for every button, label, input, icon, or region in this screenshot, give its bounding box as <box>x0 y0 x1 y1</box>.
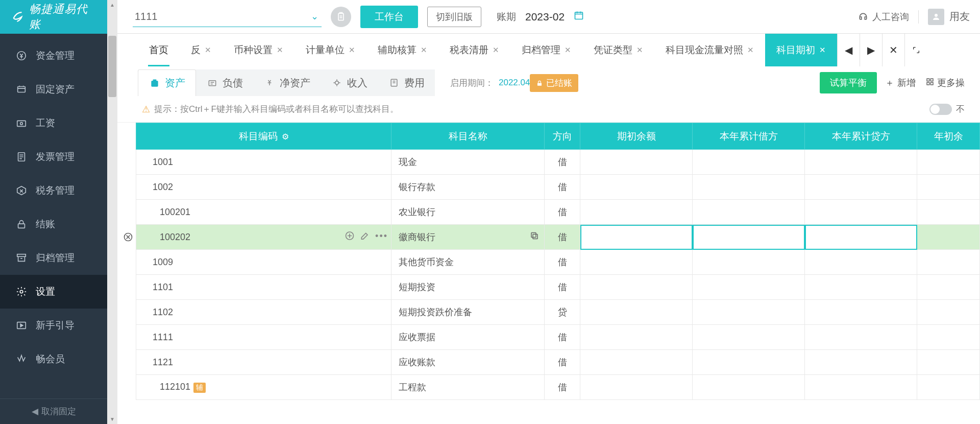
cell-ytd-credit[interactable] <box>805 150 917 175</box>
tab[interactable]: 税表清册✕ <box>438 34 510 66</box>
cell-opening-balance[interactable] <box>580 300 693 325</box>
th-debit[interactable]: 本年累计借方 <box>693 123 805 150</box>
cell-opening-balance[interactable] <box>580 325 693 350</box>
company-input[interactable] <box>133 7 322 27</box>
sidebar-item-closing[interactable]: 结账 <box>0 207 107 241</box>
cell-ytd-debit[interactable] <box>693 150 805 175</box>
tab[interactable]: 计量单位✕ <box>295 34 366 66</box>
cell-ytd-debit[interactable] <box>693 200 805 225</box>
cell-code[interactable]: •••100202 <box>136 225 391 250</box>
subtab[interactable]: 负债 <box>196 69 253 96</box>
tab[interactable]: 辅助核算✕ <box>366 34 438 66</box>
cell-ytd-debit[interactable] <box>693 375 805 400</box>
row-edit-button[interactable] <box>360 231 370 244</box>
sidebar-item-archive[interactable]: 归档管理 <box>0 241 107 275</box>
sidebar-item-guide[interactable]: 新手引导 <box>0 309 107 342</box>
close-icon[interactable]: ✕ <box>349 45 355 55</box>
cell-code[interactable]: 1009 <box>136 250 391 275</box>
table-row[interactable]: 100201农业银行借 <box>136 200 980 225</box>
cell-opening-balance[interactable] <box>580 275 693 300</box>
cell-opening-balance[interactable] <box>580 200 693 225</box>
table-row[interactable]: 1102短期投资跌价准备贷 <box>136 300 980 325</box>
cell-ytd-debit[interactable] <box>693 175 805 200</box>
close-icon[interactable]: ✕ <box>636 45 643 55</box>
cell-ytd-credit[interactable] <box>805 250 917 275</box>
subtab[interactable]: 净资产 <box>253 69 321 96</box>
cell-year-begin[interactable] <box>917 200 980 225</box>
cell-ytd-credit[interactable] <box>805 275 917 300</box>
cell-year-begin[interactable] <box>917 375 980 400</box>
cell-code[interactable]: 100201 <box>136 200 391 225</box>
table-row[interactable]: 1002银行存款借 <box>136 175 980 200</box>
cell-year-begin[interactable] <box>917 325 980 350</box>
table-row[interactable]: 112101辅工程款借 <box>136 375 980 400</box>
cell-ytd-debit[interactable] <box>693 250 805 275</box>
th-name[interactable]: 科目名称 <box>391 123 545 150</box>
cell-name[interactable]: 其他货币资金 <box>391 250 545 275</box>
toggle-switch[interactable] <box>929 104 952 115</box>
th-dir[interactable]: 方向 <box>545 123 580 150</box>
close-icon[interactable]: ✕ <box>205 45 211 55</box>
switch-old-button[interactable]: 切到旧版 <box>427 7 481 27</box>
table-row[interactable]: 1121应收账款借 <box>136 350 980 375</box>
row-delete-button[interactable] <box>123 232 133 242</box>
cell-name[interactable]: 应收票据 <box>391 325 545 350</box>
cell-year-begin[interactable] <box>917 250 980 275</box>
table-row[interactable]: 1101短期投资借 <box>136 275 980 300</box>
th-balance[interactable]: 期初余额 <box>580 123 693 150</box>
row-add-button[interactable] <box>345 231 355 244</box>
cell-ytd-credit[interactable] <box>805 375 917 400</box>
cell-code[interactable]: 1102 <box>136 300 391 325</box>
more-ops-button[interactable]: 更多操 <box>926 77 965 89</box>
brand-logo[interactable]: 畅捷通易代账 <box>0 0 107 34</box>
cell-code[interactable]: 1001 <box>136 150 391 175</box>
workbench-button[interactable]: 工作台 <box>360 6 418 28</box>
tab[interactable]: 凭证类型✕ <box>582 34 654 66</box>
sidebar-item-asset[interactable]: 固定资产 <box>0 73 107 106</box>
cell-name[interactable]: 徽商银行 <box>391 225 545 250</box>
sidebar-item-money[interactable]: 资金管理 <box>0 39 107 73</box>
cell-ytd-debit[interactable] <box>693 325 805 350</box>
gear-icon[interactable]: ⚙ <box>282 132 289 141</box>
unpin-button[interactable]: ◀ 取消固定 <box>0 398 107 424</box>
sidebar-item-vip[interactable]: 畅会员 <box>0 342 107 376</box>
cell-code[interactable]: 1111 <box>136 325 391 350</box>
close-icon[interactable]: ✕ <box>747 45 754 55</box>
close-icon[interactable]: ✕ <box>421 45 427 55</box>
cell-name[interactable]: 农业银行 <box>391 200 545 225</box>
tab-expand-button[interactable] <box>905 34 927 66</box>
cell-opening-balance[interactable] <box>580 350 693 375</box>
th-code[interactable]: 科目编码⚙ <box>136 123 391 150</box>
scrollbar[interactable]: ▲ ▼ <box>107 0 117 424</box>
sidebar-item-gear[interactable]: 设置 <box>0 275 107 309</box>
th-year[interactable]: 年初余 <box>917 123 980 150</box>
tab[interactable]: 反✕ <box>180 34 223 66</box>
clipboard-button[interactable] <box>331 7 351 27</box>
cell-ytd-debit[interactable] <box>693 350 805 375</box>
cell-ytd-debit[interactable] <box>693 275 805 300</box>
cell-opening-balance[interactable] <box>580 375 693 400</box>
cell-code[interactable]: 1121 <box>136 350 391 375</box>
tab-next-button[interactable]: ▶ <box>860 34 883 66</box>
cell-year-begin[interactable] <box>917 275 980 300</box>
user-menu[interactable]: 用友 <box>928 9 970 25</box>
tab[interactable]: 科目现金流量对照✕ <box>654 34 765 66</box>
tab-prev-button[interactable]: ◀ <box>838 34 860 66</box>
cell-ytd-debit[interactable] <box>693 225 805 250</box>
cell-ytd-credit[interactable] <box>805 350 917 375</box>
cell-code[interactable]: 1101 <box>136 275 391 300</box>
sidebar-item-invoice[interactable]: 发票管理 <box>0 140 107 174</box>
tab-close-all-button[interactable]: ✕ <box>883 34 905 66</box>
cell-opening-balance[interactable] <box>580 150 693 175</box>
close-icon[interactable]: ✕ <box>277 45 283 55</box>
cell-ytd-credit[interactable] <box>805 175 917 200</box>
cell-year-begin[interactable] <box>917 150 980 175</box>
cell-opening-balance[interactable] <box>580 250 693 275</box>
close-icon[interactable]: ✕ <box>565 45 571 55</box>
subtab[interactable]: 资产 <box>138 69 196 96</box>
sidebar-item-tax[interactable]: 税务管理 <box>0 174 107 207</box>
close-icon[interactable]: ✕ <box>819 45 826 55</box>
close-icon[interactable]: ✕ <box>493 45 499 55</box>
cell-ytd-credit[interactable] <box>805 200 917 225</box>
tab[interactable]: 科目期初✕ <box>765 34 837 66</box>
